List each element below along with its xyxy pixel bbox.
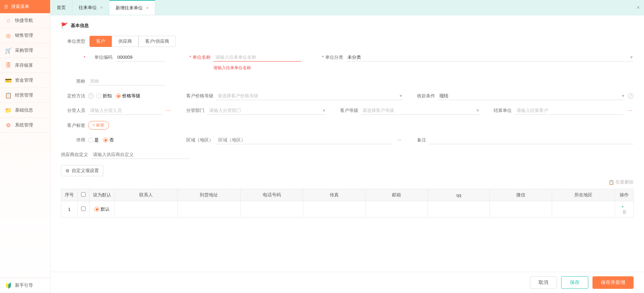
sidebar-label-operations: 经营管理 — [15, 92, 33, 98]
add-tag-btn[interactable]: + 标签 — [88, 121, 109, 130]
settlement-unit-input[interactable] — [515, 106, 623, 115]
sidebar-item-quick-nav[interactable]: ⌂ 快捷导航 — [0, 13, 50, 28]
row-seq: 1 — [61, 201, 78, 218]
remark-input[interactable] — [429, 136, 634, 144]
region-more-btn[interactable]: ··· — [395, 136, 403, 144]
disable-no-dot — [103, 138, 108, 143]
manager-group: 分管人员 ··· — [61, 106, 172, 115]
manager-input[interactable] — [88, 106, 162, 115]
save-button[interactable]: 保存 — [561, 276, 588, 289]
table-header-row: 序号 设为默认 联系人 到货地址 电话号码 传真 邮箱 qq 微信 所在地区 操… — [61, 189, 634, 201]
unit-type-label: 单位类型 — [61, 38, 85, 44]
disable-no-item[interactable]: 否 — [103, 137, 114, 143]
region-group: 区域（地区） ··· — [186, 136, 403, 144]
pricing-radio-level[interactable]: 价格等级 — [116, 93, 140, 99]
unit-code-input[interactable] — [115, 53, 165, 62]
row-default-label: 默认 — [101, 206, 110, 212]
row-phone-input[interactable] — [244, 207, 300, 212]
row-fax-input[interactable] — [307, 207, 362, 212]
base-info-icon: 📁 — [5, 107, 11, 113]
sidebar-item-sales[interactable]: ◎ 销售管理 — [0, 28, 50, 43]
dept-input[interactable] — [207, 106, 322, 114]
row-action-cell: + 🗑 — [615, 201, 634, 218]
settlement-unit-more-btn[interactable]: ··· — [626, 107, 634, 114]
sidebar-item-inventory[interactable]: 🗄 库存核算 — [0, 58, 50, 73]
row-email[interactable] — [366, 201, 428, 218]
collection-terms-select[interactable]: 现结 — [438, 92, 621, 100]
customer-tag-row: 客户标签 + 标签 — [61, 121, 634, 130]
collection-help-icon[interactable]: ? — [628, 93, 634, 99]
row-checkbox[interactable] — [81, 206, 86, 211]
custom-settings-btn[interactable]: ⚙ 自定义项设置 — [61, 165, 103, 176]
row-wechat[interactable] — [490, 201, 552, 218]
disable-yes-item[interactable]: 是 — [88, 137, 99, 143]
home-icon: ⌂ — [5, 17, 11, 24]
col-phone: 电话号码 — [240, 189, 303, 201]
tab-bar-close[interactable]: × — [637, 5, 644, 11]
search-menu[interactable]: ☰ 搜索菜单 — [0, 0, 50, 13]
tab-new-trading-unit-close[interactable]: × — [146, 6, 149, 10]
col-seq: 序号 — [61, 189, 78, 201]
row-qq-input[interactable] — [431, 207, 486, 212]
unit-type-btn-both[interactable]: 客户/供应商 — [139, 36, 176, 47]
disable-yes-label: 是 — [94, 137, 99, 143]
row-contact[interactable] — [115, 201, 178, 218]
row-email-input[interactable] — [369, 207, 424, 212]
remark-label: 备注 — [417, 137, 426, 143]
row-region-input[interactable] — [556, 207, 611, 212]
unit-type-btn-customer[interactable]: 客户 — [89, 36, 112, 47]
customer-level-select[interactable]: 请选择客户等级 — [361, 106, 476, 114]
disable-yes-dot — [88, 138, 93, 143]
region-input[interactable] — [216, 136, 393, 144]
short-name-input[interactable] — [88, 77, 165, 86]
col-address: 到货地址 — [177, 189, 240, 201]
customer-level-select-wrap: 请选择客户等级 ▼ — [361, 106, 480, 115]
table-row: 1 默认 — [61, 201, 634, 218]
unit-code-group: 单位编码 — [61, 53, 165, 62]
unit-category-group: * 单位分类 未分类 ▼ — [322, 53, 634, 62]
sidebar-item-finance[interactable]: 💳 资金管理 — [0, 73, 50, 88]
supplier-custom-input[interactable] — [91, 150, 190, 159]
customer-price-select[interactable]: 请选择客户价格等级 — [216, 92, 399, 100]
sidebar-item-base-info[interactable]: 📁 基础信息 — [0, 103, 50, 118]
sidebar-item-sys-mgmt[interactable]: ⚙ 系统管理 — [0, 118, 50, 133]
sidebar-item-new-guide[interactable]: 🔰 新手引导 — [0, 278, 50, 293]
unit-type-btn-supplier[interactable]: 供应商 — [112, 36, 139, 47]
tab-trading-units-close[interactable]: × — [100, 5, 103, 10]
row-delete-btn[interactable]: 🗑 — [622, 209, 627, 214]
select-all-checkbox[interactable] — [81, 192, 86, 197]
manager-row: 分管人员 ··· 分管部门 ▼ 客户等级 请选择客户等级 ▼ — [61, 106, 634, 115]
customer-price-select-wrap: 请选择客户价格等级 ▼ — [216, 92, 403, 100]
radio-discount-dot — [96, 93, 101, 98]
pricing-radio-discount[interactable]: 折扣 — [96, 93, 112, 99]
row-address[interactable] — [177, 201, 240, 218]
row-region[interactable] — [552, 201, 615, 218]
row-wechat-input[interactable] — [493, 207, 548, 212]
cancel-button[interactable]: 取消 — [530, 276, 557, 289]
pricing-help-icon[interactable]: ? — [88, 93, 94, 99]
unit-category-select[interactable]: 未分类 — [346, 53, 629, 61]
save-add-button[interactable]: 保存并新增 — [592, 276, 634, 289]
row-address-input[interactable] — [181, 207, 237, 212]
tab-new-trading-unit[interactable]: 新增往来单位 × — [109, 0, 155, 15]
row-qq[interactable] — [428, 201, 490, 218]
row-add-btn[interactable]: + — [621, 204, 624, 209]
row-contact-input[interactable] — [118, 207, 174, 212]
col-region: 所在地区 — [552, 189, 615, 201]
row-default-radio[interactable]: 默认 — [93, 206, 111, 212]
batch-delete-btn[interactable]: 📋 批量删除 — [608, 179, 634, 185]
unit-name-input[interactable] — [213, 53, 301, 62]
manager-more-btn[interactable]: ··· — [165, 107, 172, 114]
settings-icon: ⚙ — [65, 168, 70, 173]
unit-category-label: 单位分类 — [325, 55, 343, 60]
sidebar-item-purchase[interactable]: 🛒 采购管理 — [0, 43, 50, 58]
sidebar-item-operations[interactable]: 📋 经营管理 — [0, 88, 50, 103]
sidebar-label-sales: 销售管理 — [15, 32, 33, 39]
pricing-level-label: 价格等级 — [122, 93, 140, 99]
customer-level-arrow: ▼ — [476, 108, 480, 113]
tab-trading-units[interactable]: 往来单位 × — [72, 0, 109, 15]
sidebar-label-purchase: 采购管理 — [15, 47, 33, 54]
row-phone[interactable] — [240, 201, 303, 218]
tab-home[interactable]: 首页 — [50, 0, 72, 15]
row-fax[interactable] — [303, 201, 366, 218]
